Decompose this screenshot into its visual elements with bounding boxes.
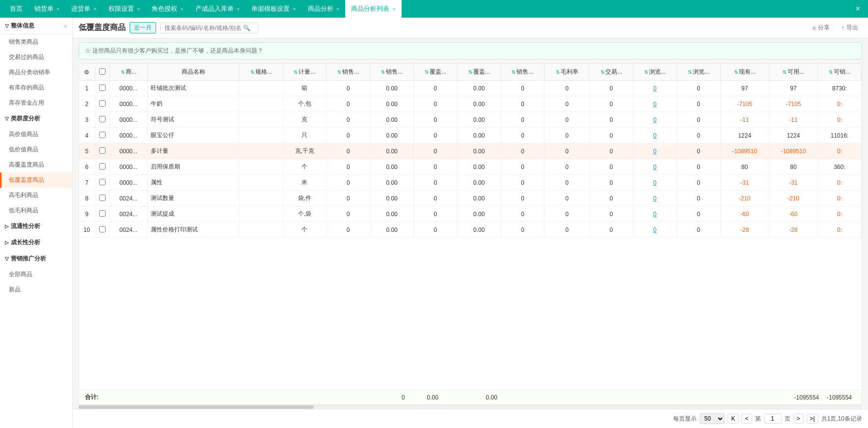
sidebar-item-low-coverage[interactable]: 低覆盖度商品	[0, 172, 72, 188]
sidebar-item-all-goods[interactable]: 全部商品	[0, 267, 72, 282]
col-header-code[interactable]: ⇅商...	[109, 64, 147, 81]
sidebar-item-capital[interactable]: 库存资金占用	[0, 95, 72, 111]
nav-tab-home[interactable]: 首页	[4, 0, 28, 18]
sidebar-item-category-rate[interactable]: 商品分类动销率	[0, 65, 72, 80]
row-checkbox[interactable]	[99, 210, 106, 217]
sidebar-collapse-button[interactable]: «	[64, 22, 67, 29]
sidebar-item-low-profit[interactable]: 低毛利商品	[0, 203, 72, 218]
col-header-gross[interactable]: ⇅毛利率	[544, 64, 590, 81]
nav-tab-purchase[interactable]: 进货单 ×	[65, 0, 102, 18]
close-icon[interactable]: ×	[93, 6, 96, 12]
row-cover1: 0	[413, 222, 457, 238]
footer-sales2: 0.00	[418, 394, 447, 401]
sidebar-item-new-goods[interactable]: 新品	[0, 282, 72, 297]
row-checkbox[interactable]	[99, 147, 106, 154]
nav-tab-analysis-list[interactable]: 商品分析列表 ×	[345, 0, 401, 18]
close-icon[interactable]: ×	[336, 6, 339, 12]
row-name: 测试数量	[147, 191, 239, 206]
close-icon[interactable]: ×	[137, 6, 140, 12]
sidebar-section-growth[interactable]: ▷ 成长性分析	[0, 234, 72, 251]
window-close-button[interactable]: ×	[852, 4, 864, 13]
row-browse2: 0	[677, 96, 720, 112]
sidebar-item-high-profit[interactable]: 高毛利商品	[0, 188, 72, 203]
col-header-cover1[interactable]: ⇅覆盖...	[413, 64, 457, 81]
page-number-input[interactable]	[764, 414, 782, 424]
close-icon[interactable]: ×	[180, 6, 183, 12]
row-checkbox[interactable]	[99, 132, 106, 138]
row-spec	[239, 175, 283, 191]
col-header-browse2[interactable]: ⇅浏览...	[677, 64, 720, 81]
prev-page-button[interactable]: <	[741, 414, 752, 424]
settings-icon[interactable]: ⚙	[84, 69, 89, 76]
search-icon[interactable]: 🔍	[243, 25, 250, 31]
row-code: 0000...	[109, 175, 147, 191]
col-header-cover2[interactable]: ⇅覆盖...	[457, 64, 501, 81]
row-checkbox[interactable]	[99, 163, 106, 170]
row-checkbox[interactable]	[99, 116, 106, 122]
row-browse1[interactable]: 0	[633, 112, 677, 128]
row-code: 0000...	[109, 128, 147, 143]
select-all-checkbox[interactable]	[99, 68, 106, 75]
nav-tab-sales[interactable]: 销货单 ×	[28, 0, 65, 18]
nav-tab-permission[interactable]: 权限设置 ×	[103, 0, 146, 18]
col-header-sales3[interactable]: ⇅销售...	[501, 64, 544, 81]
row-checkbox[interactable]	[99, 179, 106, 185]
row-trans: 0	[590, 128, 633, 143]
row-sales2: 0.00	[370, 96, 414, 112]
row-stock2: 97	[769, 81, 817, 96]
info-banner: ☆ 这些商品只有很少客户购买过，是推广不够，还是商品本身问题？	[79, 42, 862, 59]
col-header-trans[interactable]: ⇅交易...	[590, 64, 633, 81]
nav-tab-role[interactable]: 角色授权 ×	[146, 0, 189, 18]
row-checkbox[interactable]	[99, 85, 106, 91]
col-header-stock1[interactable]: ⇅现有...	[720, 64, 769, 81]
row-browse2: 0	[677, 206, 720, 222]
row-browse1[interactable]: 0	[633, 96, 677, 112]
first-page-button[interactable]: K	[728, 414, 738, 424]
close-icon[interactable]: ×	[237, 6, 240, 12]
col-header-salable[interactable]: ⇅可销...	[818, 64, 862, 81]
row-checkbox[interactable]	[99, 195, 106, 201]
close-icon[interactable]: ×	[293, 6, 296, 12]
sidebar-item-traded-goods[interactable]: 交易过的商品	[0, 50, 72, 65]
next-page-button[interactable]: >	[793, 414, 804, 424]
row-browse1[interactable]: 0	[633, 81, 677, 96]
row-browse1[interactable]: 0	[633, 159, 677, 175]
sidebar-item-low-value[interactable]: 低价值商品	[0, 142, 72, 157]
share-button[interactable]: ⎋ 分享	[809, 22, 834, 34]
sidebar-section-flow[interactable]: ▷ 流通性分析	[0, 218, 72, 234]
col-header-sales2[interactable]: ⇅销售...	[370, 64, 414, 81]
last-page-button[interactable]: >|	[807, 414, 818, 424]
sidebar-item-high-coverage[interactable]: 高覆盖度商品	[0, 157, 72, 172]
col-header-browse1[interactable]: ⇅浏览...	[633, 64, 677, 81]
col-header-sales1[interactable]: ⇅销售...	[326, 64, 370, 81]
search-input[interactable]	[164, 25, 243, 31]
sidebar-item-sales-goods[interactable]: 销售类商品	[0, 34, 72, 50]
col-header-unit[interactable]: ⇅计量...	[283, 64, 326, 81]
sidebar-section-cluster[interactable]: ▽ 类群度分析	[0, 111, 72, 127]
close-icon[interactable]: ×	[56, 6, 59, 12]
row-browse1[interactable]: 0	[633, 206, 677, 222]
col-header-stock2[interactable]: ⇅可用...	[769, 64, 817, 81]
checkbox-col-header[interactable]	[95, 64, 109, 81]
row-cover1: 0	[413, 112, 457, 128]
col-header-spec[interactable]: ⇅规格...	[239, 64, 283, 81]
row-checkbox[interactable]	[99, 100, 106, 107]
settings-col-header[interactable]: ⚙	[79, 64, 95, 81]
page-size-select[interactable]: 50 20 100	[700, 413, 725, 424]
sidebar-item-high-value[interactable]: 高价值商品	[0, 127, 72, 142]
export-button[interactable]: ↑ 导出	[838, 22, 862, 34]
row-checkbox[interactable]	[99, 226, 106, 232]
sidebar-section-marketing[interactable]: ▽ 营销推广分析	[0, 251, 72, 267]
nav-tab-warehouse[interactable]: 产成品入库单 ×	[190, 0, 245, 18]
sidebar-section-overall[interactable]: ▽ 整体信息	[5, 22, 34, 30]
sidebar-item-stock-goods[interactable]: 有库存的商品	[0, 80, 72, 95]
close-icon[interactable]: ×	[392, 6, 395, 12]
period-button[interactable]: 近一月	[130, 22, 156, 33]
row-browse1[interactable]: 0	[633, 191, 677, 206]
nav-tab-template[interactable]: 单据模板设置 ×	[245, 0, 301, 18]
nav-tab-analysis[interactable]: 商品分析 ×	[302, 0, 345, 18]
row-browse1[interactable]: 0	[633, 128, 677, 143]
row-browse1[interactable]: 0	[633, 143, 677, 159]
row-browse1[interactable]: 0	[633, 175, 677, 191]
row-browse1[interactable]: 0	[633, 222, 677, 238]
